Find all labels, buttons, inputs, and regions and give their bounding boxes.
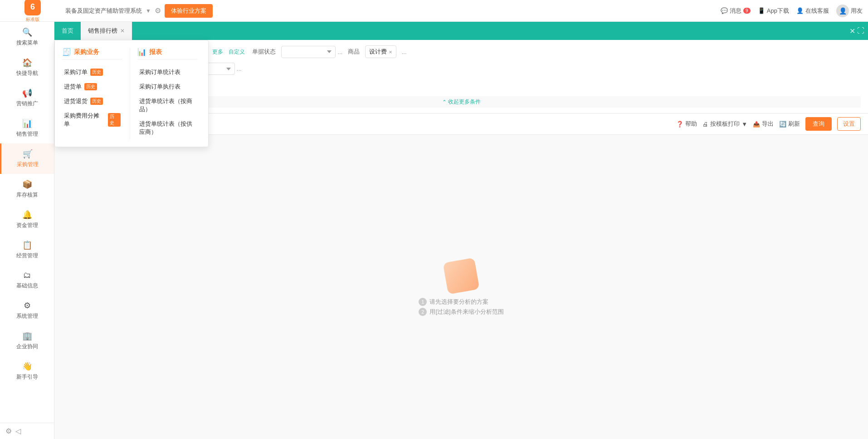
online-service-button[interactable]: 👤 在线客服 — [796, 7, 829, 15]
dropdown-item-expense[interactable]: 采购费用分摊单 历史 — [62, 109, 122, 131]
order-status-filter: ... — [281, 46, 342, 58]
message-icon: 💬 — [721, 7, 728, 14]
service-icon: 👤 — [796, 7, 804, 14]
dropdown-item-incoming[interactable]: 进货单 历史 — [62, 79, 122, 94]
query-button[interactable]: 查询 — [805, 117, 832, 131]
tab-home[interactable]: 首页 — [54, 22, 81, 40]
tab-bar: 首页 销售排行榜 ✕ ✕ ⛶ — [54, 22, 868, 40]
sidebar-item-operations[interactable]: 📋 经营管理 — [0, 235, 54, 265]
tab-sales-rank-label: 销售排行榜 — [88, 27, 117, 35]
settings-button[interactable]: 设置 — [837, 117, 861, 131]
incoming-by-goods-label: 进货单统计表（按商品） — [139, 97, 196, 113]
dropdown-item-return[interactable]: 进货退货 历史 — [62, 94, 122, 109]
purchase-section-icon: 🧾 — [62, 48, 71, 56]
expense-label: 采购费用分摊单 — [64, 112, 105, 128]
sidebar-item-system[interactable]: ⚙ 系统管理 — [0, 295, 54, 326]
export-icon: 📤 — [753, 121, 760, 128]
sidebar-item-corp[interactable]: 🏢 企业协同 — [0, 326, 54, 356]
dropdown-item-incoming-by-supplier[interactable]: 进货单统计表（按供应商） — [137, 117, 198, 139]
help-icon: ❓ — [676, 121, 683, 128]
dropdown-report-col: 📊 报表 采购订单统计表 采购订单执行表 进货单统计表（按商品） 进货单统计表（… — [134, 48, 201, 139]
goods-filter-tag: 设计费 × — [365, 45, 396, 58]
dropdown-item-po-exec[interactable]: 采购订单执行表 — [137, 79, 198, 94]
sidebar-item-label: 搜索菜单 — [16, 39, 38, 47]
tab-home-label: 首页 — [62, 27, 73, 35]
salesperson-ellipsis: ... — [237, 65, 242, 72]
sidebar-item-finance[interactable]: 🔔 资金管理 — [0, 204, 54, 235]
sidebar-item-purchase[interactable]: 🛒 采购管理 — [0, 143, 54, 174]
sidebar-item-label: 营销推广 — [16, 100, 38, 108]
sidebar-item-quick-nav[interactable]: 🏠 快捷导航 — [0, 52, 54, 83]
tip-text-1: 请先选择要分析的方案 — [429, 298, 488, 306]
home-icon: 🏠 — [22, 58, 32, 68]
help-button[interactable]: ❓ 帮助 — [676, 120, 697, 128]
sidebar-collapse-button[interactable]: ◁ — [15, 427, 21, 435]
quick-more-button[interactable]: 更多 — [210, 47, 225, 57]
logo-area: 6 标准版 — [5, 0, 60, 23]
sidebar-item-search[interactable]: 🔍 搜索菜单 — [0, 22, 54, 52]
app-download-button[interactable]: 📱 App下载 — [758, 7, 789, 15]
messages-button[interactable]: 💬 消息 9 — [721, 7, 751, 15]
sidebar-item-marketing[interactable]: 📢 营销推广 — [0, 83, 54, 113]
logo-text: 标准版 — [26, 16, 39, 23]
user-button[interactable]: 👤 用友 — [836, 5, 863, 17]
help-label: 帮助 — [685, 120, 697, 128]
collapse-button[interactable]: ⌃ 收起更多条件 — [442, 98, 481, 106]
refresh-button[interactable]: 🔄 刷新 — [779, 120, 800, 128]
quick-custom-button[interactable]: 自定义 — [227, 47, 247, 57]
tab-window-close-button[interactable]: ✕ — [849, 27, 855, 35]
app-download-label: App下载 — [767, 7, 789, 15]
corp-icon: 🏢 — [22, 331, 32, 341]
sidebar-item-label: 资金管理 — [16, 222, 38, 229]
dropdown-cols: 🧾 采购业务 采购订单 历史 进货单 历史 进货退货 历史 采购费用分摊单 历史 — [62, 48, 201, 139]
print-label: 按模板打印 — [710, 120, 740, 128]
system-dropdown-button[interactable]: ▼ — [146, 8, 151, 14]
order-status-select[interactable] — [281, 46, 336, 58]
sidebar-item-label: 基础信息 — [16, 282, 38, 290]
incoming-by-supplier-label: 进货单统计表（按供应商） — [139, 120, 196, 136]
sidebar: 🔍 搜索菜单 🏠 快捷导航 📢 营销推广 📊 销售管理 🛒 采购管理 📦 库存核… — [0, 22, 54, 439]
purchase-dropdown-menu: 🧾 采购业务 采购订单 历史 进货单 历史 进货退货 历史 采购费用分摊单 历史 — [54, 40, 209, 147]
order-status-ellipsis: ... — [337, 49, 342, 55]
tab-sales-rank[interactable]: 销售排行榜 ✕ — [81, 22, 132, 40]
sales-icon: 📊 — [22, 118, 32, 128]
tab-close-icon[interactable]: ✕ — [120, 28, 125, 34]
sidebar-bottom: ⚙ ◁ — [0, 423, 54, 439]
tab-expand-button[interactable]: ⛶ — [857, 27, 864, 35]
empty-icon — [443, 258, 479, 294]
sidebar-item-basic-info[interactable]: 🗂 基础信息 — [0, 265, 54, 295]
print-dropdown-icon: ▼ — [741, 121, 747, 128]
industry-solution-button[interactable]: 体验行业方案 — [165, 4, 213, 18]
operations-icon: 📋 — [22, 240, 32, 250]
refresh-label: 刷新 — [788, 120, 800, 128]
goods-tag-close[interactable]: × — [389, 49, 392, 55]
report-section-title: 📊 报表 — [137, 48, 198, 59]
top-header: 6 标准版 装备及固定资产辅助管理系统 ▼ ⚙ 体验行业方案 💬 消息 9 📱 … — [0, 0, 868, 22]
empty-tip-1: 1 请先选择要分析的方案 — [419, 298, 503, 306]
sidebar-item-guide[interactable]: 👋 新手引导 — [0, 356, 54, 386]
header-mid: 装备及固定资产辅助管理系统 ▼ ⚙ 体验行业方案 — [60, 4, 721, 18]
export-label: 导出 — [762, 120, 774, 128]
purchase-section-title: 🧾 采购业务 — [62, 48, 122, 59]
order-status-label: 单据状态 — [252, 48, 276, 56]
dropdown-item-incoming-by-goods[interactable]: 进货单统计表（按商品） — [137, 94, 198, 117]
sidebar-settings-button[interactable]: ⚙ — [5, 427, 12, 435]
sidebar-item-label: 新手引导 — [16, 373, 38, 381]
sidebar-item-label: 库存核算 — [16, 191, 38, 199]
goods-ellipsis: ... — [402, 49, 407, 55]
print-button[interactable]: 🖨 按模板打印 ▼ — [702, 120, 747, 128]
sidebar-item-inventory[interactable]: 📦 库存核算 — [0, 174, 54, 204]
sidebar-item-label: 系统管理 — [16, 312, 38, 320]
dropdown-item-purchase-order[interactable]: 采购订单 历史 — [62, 65, 122, 79]
dropdown-item-po-summary[interactable]: 采购订单统计表 — [137, 65, 198, 79]
expense-history-badge: 历史 — [108, 113, 121, 127]
export-button[interactable]: 📤 导出 — [753, 120, 774, 128]
empty-tips: 1 请先选择要分析的方案 2 用[过滤]条件来缩小分析范围 — [419, 298, 503, 316]
tip-text-2: 用[过滤]条件来缩小分析范围 — [429, 308, 503, 316]
system-title: 装备及固定资产辅助管理系统 — [65, 7, 142, 15]
po-exec-label: 采购订单执行表 — [139, 83, 180, 91]
sidebar-item-sales[interactable]: 📊 销售管理 — [0, 113, 54, 143]
settings-gear-button[interactable]: ⚙ — [155, 6, 161, 15]
user-label: 用友 — [851, 7, 863, 15]
return-label: 进货退货 — [64, 97, 88, 105]
